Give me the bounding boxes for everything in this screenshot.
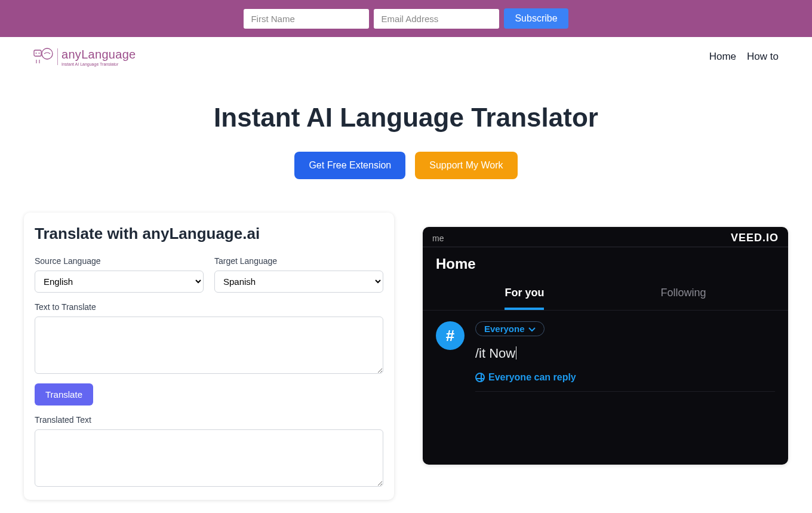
brand-logo[interactable]: anyLanguage Instant AI Language Translat… [33, 47, 136, 67]
hero-buttons: Get Free Extension Support My Work [12, 152, 800, 179]
audience-pill[interactable]: Everyone [475, 321, 545, 336]
language-row: Source Language English Target Language … [35, 256, 383, 293]
get-extension-button[interactable]: Get Free Extension [294, 152, 405, 179]
compose-body: Everyone /it Now Everyone can reply [475, 321, 775, 392]
tab-following[interactable]: Following [660, 287, 706, 310]
compose-text[interactable]: /it Now [475, 346, 775, 361]
svg-rect-0 [34, 50, 41, 56]
text-to-translate-field: Text to Translate [35, 302, 383, 374]
brand-name: anyLanguage [61, 48, 136, 61]
svg-point-3 [42, 48, 53, 59]
source-language-label: Source Language [35, 256, 204, 266]
logo-icon [33, 47, 54, 67]
chevron-down-icon [528, 324, 536, 334]
page-title: Instant AI Language Translator [12, 103, 800, 133]
source-language-select[interactable]: English [35, 271, 204, 293]
translated-text-field: Translated Text [35, 415, 383, 487]
avatar: # [436, 321, 465, 350]
source-language-field: Source Language English [35, 256, 204, 293]
nav-links: Home How to [709, 51, 779, 63]
demo-video-panel: me VEED.IO Home For you Following # Ever… [423, 227, 788, 465]
target-language-select[interactable]: Spanish [214, 271, 383, 293]
target-language-field: Target Language Spanish [214, 256, 383, 293]
main-row: Translate with anyLanguage.ai Source Lan… [0, 198, 812, 513]
support-button[interactable]: Support My Work [415, 152, 517, 179]
navbar: anyLanguage Instant AI Language Translat… [0, 37, 812, 76]
translated-text-output[interactable] [35, 429, 383, 487]
demo-video-frame[interactable]: me VEED.IO Home For you Following # Ever… [423, 227, 788, 465]
video-home-title: Home [423, 247, 788, 276]
veed-logo: VEED.IO [731, 232, 779, 244]
tab-for-you[interactable]: For you [505, 287, 544, 310]
brand-tagline: Instant AI Language Translator [61, 62, 136, 66]
text-cursor [516, 346, 516, 360]
translator-heading: Translate with anyLanguage.ai [35, 225, 383, 243]
translator-card: Translate with anyLanguage.ai Source Lan… [24, 213, 394, 500]
globe-icon [475, 373, 485, 382]
email-input[interactable] [374, 9, 499, 29]
svg-point-1 [36, 53, 37, 54]
subscribe-button[interactable]: Subscribe [504, 8, 568, 29]
nav-home[interactable]: Home [709, 51, 736, 63]
translated-text-label: Translated Text [35, 415, 383, 425]
reply-text: Everyone can reply [488, 372, 576, 383]
audience-label: Everyone [484, 324, 525, 334]
logo-divider [57, 48, 58, 65]
video-tabs: For you Following [423, 276, 788, 311]
video-topbar: me VEED.IO [423, 227, 788, 247]
text-to-translate-label: Text to Translate [35, 302, 383, 312]
hero-section: Instant AI Language Translator Get Free … [0, 76, 812, 198]
video-topbar-me: me [432, 234, 444, 243]
reply-line[interactable]: Everyone can reply [475, 372, 775, 392]
compose-row: # Everyone /it Now Everyone can reply [423, 311, 788, 397]
brand-text-wrap: anyLanguage Instant AI Language Translat… [61, 48, 136, 66]
translate-button[interactable]: Translate [35, 383, 93, 406]
svg-point-2 [39, 53, 40, 54]
first-name-input[interactable] [244, 9, 369, 29]
nav-howto[interactable]: How to [747, 51, 779, 63]
text-to-translate-input[interactable] [35, 317, 383, 374]
target-language-label: Target Language [214, 256, 383, 266]
subscribe-banner: Subscribe [0, 0, 812, 37]
